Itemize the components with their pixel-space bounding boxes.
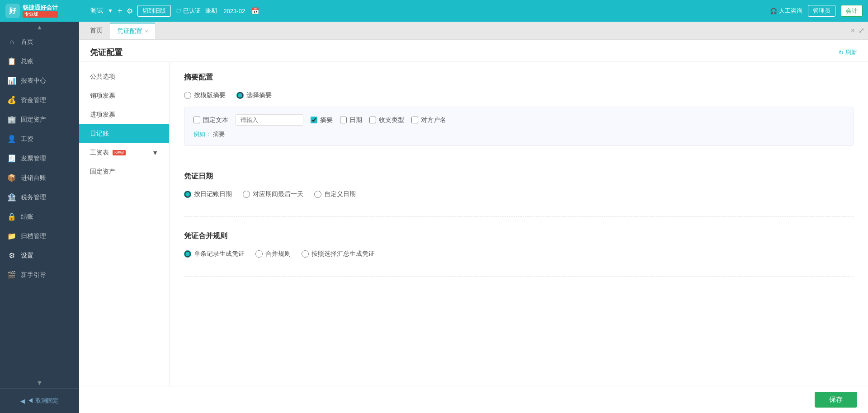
radio-select-input[interactable] (236, 92, 244, 99)
sidebar-item-label: 进销台账 (21, 174, 46, 182)
logo-text: 畅捷通好会计 专业版 (23, 4, 58, 18)
fixed-text-input[interactable] (236, 114, 303, 126)
sidebar-item-label: 资金管理 (21, 96, 46, 104)
voucher-date-section: 凭证日期 按日记账日期 对应期间最后一天 (184, 172, 854, 217)
radio-custom-date-input[interactable] (314, 191, 321, 198)
headset-icon: 🎧 (770, 8, 777, 14)
voucher-merge-section: 凭证合并规则 单条记录生成凭证 合并规则 (184, 231, 854, 277)
sidebar-item-label: 固定资产 (21, 116, 46, 124)
scroll-down-button[interactable]: ▼ (37, 379, 43, 386)
sidebar-item-ledger[interactable]: 📋 总账 (0, 52, 79, 71)
dropdown-icon[interactable]: ▼ (108, 8, 113, 14)
sidebar-item-capital[interactable]: 💰 资金管理 (0, 90, 79, 110)
admin-button[interactable]: 管理员 (808, 5, 835, 17)
voucher-date-title: 凭证日期 (184, 172, 854, 181)
sidebar-item-label: 总账 (21, 57, 33, 66)
calendar-icon[interactable]: 📅 (251, 7, 259, 14)
period-label: 账期 (205, 7, 217, 15)
invoice-icon: 🧾 (7, 154, 16, 163)
sidebar-item-home[interactable]: ⌂ 首页 (0, 33, 79, 52)
radio-single-input[interactable] (184, 250, 191, 258)
checkbox-counterpart[interactable]: 对方户名 (411, 116, 446, 124)
trade-icon: 📦 (7, 174, 16, 182)
archive-icon: 📁 (7, 232, 16, 240)
sidebar-item-archive[interactable]: 📁 归档管理 (0, 226, 79, 246)
sidebar-item-tax[interactable]: 🏦 税务管理 (0, 188, 79, 207)
close-icon: 🔒 (7, 212, 16, 221)
sidebar-item-salary[interactable]: 👤 工资 (0, 129, 79, 149)
nav-purchase-invoice[interactable]: 进项发票 (79, 105, 169, 124)
nav-payroll[interactable]: 工资表 NEW ▼ (79, 143, 169, 162)
radio-custom-date[interactable]: 自定义日期 (314, 190, 356, 198)
summary-config-box: 固定文本 摘要 日期 (184, 107, 854, 146)
logo-title: 畅捷通好会计 (23, 4, 58, 11)
fixed-text-checkbox[interactable] (193, 117, 200, 123)
nav-sales-invoice[interactable]: 销项发票 (79, 86, 169, 105)
assets-icon: 🏢 (7, 115, 16, 124)
checkbox-summary[interactable]: 摘要 (311, 116, 333, 124)
page-title: 凭证配置 (90, 47, 123, 58)
sidebar-bottom: ◀ ◀ 取消固定 (0, 388, 79, 413)
switch-old-button[interactable]: 切到旧版 (137, 5, 171, 17)
sidebar-item-close[interactable]: 🔒 结账 (0, 207, 79, 226)
summary-checkbox[interactable] (311, 117, 317, 123)
sidebar-item-invoice[interactable]: 🧾 发票管理 (0, 149, 79, 168)
radio-template-summary[interactable]: 按模版摘要 (184, 91, 226, 99)
gear-icon[interactable]: ⚙ (127, 7, 133, 15)
radio-journal-date-input[interactable] (184, 191, 191, 198)
page-header: 凭证配置 ↻ 刷新 (79, 40, 868, 62)
verified-badge: 🛡 已认证 (175, 7, 201, 15)
consult-button[interactable]: 🎧 人工咨询 (770, 7, 802, 15)
io-type-checkbox[interactable] (369, 117, 376, 123)
radio-select-sum-input[interactable] (302, 250, 309, 258)
example-text: 例如： 摘要 (193, 130, 844, 138)
logo: 好 畅捷通好会计 专业版 (5, 4, 82, 18)
tab-home[interactable]: 首页 (83, 23, 110, 38)
radio-single-record[interactable]: 单条记录生成凭证 (184, 250, 245, 258)
right-content: 摘要配置 按模版摘要 选择摘要 (170, 62, 868, 386)
radio-period-last-input[interactable] (243, 191, 250, 198)
radio-merge-rule[interactable]: 合并规则 (255, 250, 291, 258)
sidebar-item-assets[interactable]: 🏢 固定资产 (0, 110, 79, 129)
save-button[interactable]: 保存 (815, 392, 857, 408)
period-value: 2023-02 (223, 8, 245, 14)
nav-fixed-assets[interactable]: 固定资产 (79, 162, 169, 181)
checkbox-fixed-text[interactable]: 固定文本 (193, 116, 228, 124)
radio-journal-date[interactable]: 按日记账日期 (184, 190, 232, 198)
nav-journal[interactable]: 日记账 (79, 124, 169, 143)
radio-merge-input[interactable] (255, 250, 263, 258)
tab-close-icon[interactable]: × (145, 28, 148, 34)
cancel-fixed-button[interactable]: ◀ ◀ 取消固定 (5, 393, 75, 408)
radio-period-last[interactable]: 对应期间最后一天 (243, 190, 303, 198)
accountant-button[interactable]: 会计 (841, 5, 863, 17)
sidebar-scroll-down: ▼ (0, 377, 79, 388)
counterpart-checkbox[interactable] (411, 117, 418, 123)
capital-icon: 💰 (7, 96, 16, 104)
nav-public[interactable]: 公共选项 (79, 67, 169, 86)
main-layout: ▲ ⌂ 首页 📋 总账 📊 报表中心 💰 资金管理 🏢 固定资产 (0, 22, 868, 413)
inner-layout: 公共选项 销项发票 进项发票 日记账 工资表 NEW ▼ (79, 62, 868, 386)
tab-voucher-config[interactable]: 凭证配置 × (110, 23, 155, 39)
scroll-up-button[interactable]: ▲ (37, 23, 43, 31)
sidebar-scroll-up: ▲ (0, 22, 79, 33)
refresh-button[interactable]: ↻ 刷新 (839, 48, 857, 56)
checkbox-date[interactable]: 日期 (340, 116, 362, 124)
home-icon: ⌂ (7, 38, 16, 46)
radio-select-summary[interactable]: 选择摘要 (236, 91, 272, 99)
sidebar-item-settings[interactable]: ⚙ 设置 (0, 246, 79, 265)
sidebar-item-report[interactable]: 📊 报表中心 (0, 71, 79, 90)
window-close-button[interactable]: × (847, 27, 859, 35)
chevron-down-icon: ▼ (152, 149, 158, 156)
radio-select-sum[interactable]: 按照选择汇总生成凭证 (302, 250, 375, 258)
sidebar-item-guide[interactable]: 🎬 新手引导 (0, 265, 79, 285)
expand-button[interactable]: ⤢ (859, 26, 864, 35)
add-button[interactable]: + (118, 6, 123, 16)
date-checkbox[interactable] (340, 117, 347, 123)
settings-icon: ⚙ (7, 251, 16, 260)
radio-template-input[interactable] (184, 92, 191, 99)
sidebar-item-label: 归档管理 (21, 232, 46, 240)
checkbox-io-type[interactable]: 收支类型 (369, 116, 404, 124)
voucher-merge-radio-group: 单条记录生成凭证 合并规则 按照选择汇总生成凭证 (184, 250, 854, 258)
sidebar-item-trade[interactable]: 📦 进销台账 (0, 168, 79, 188)
sidebar-item-label: 税务管理 (21, 193, 46, 202)
